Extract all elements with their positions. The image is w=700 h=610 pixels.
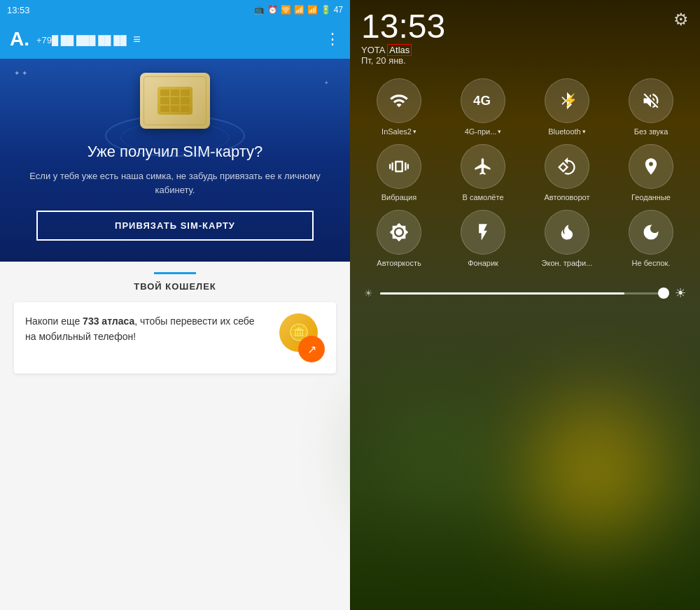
star-decor: ✦ ✦ xyxy=(14,69,27,77)
wallet-card: Накопи еще 733 атласа, чтобы перевести и… xyxy=(14,302,336,374)
right-panel: 13:53 YOTA Atlas Пт, 20 янв. ⚙ InSales2 … xyxy=(350,0,700,610)
battery-level: 47 xyxy=(334,5,343,15)
tile-flashlight-circle xyxy=(461,210,505,255)
brightness-track[interactable] xyxy=(380,292,668,295)
status-icons: 📺 ⏰ 🛜 📶 📶 🔋 47 xyxy=(254,5,343,15)
tile-airplane-label: В самолёте xyxy=(462,193,503,201)
tile-geodata-circle xyxy=(629,144,673,189)
status-time: 13:53 xyxy=(7,5,30,15)
tile-sound[interactable]: Без звука xyxy=(613,78,689,136)
right-time-block: 13:53 YOTA Atlas Пт, 20 янв. xyxy=(361,10,445,66)
tile-rotation-circle xyxy=(545,144,589,189)
app-top-bar: А. +79█ ██ ███ ██ ██ ≡ ⋮ xyxy=(0,20,350,59)
tile-donotdisturb-label: Не беспок. xyxy=(632,259,671,267)
share-button[interactable]: ↗ xyxy=(298,336,325,362)
sim-description: Если у тебя уже есть наша симка, не забу… xyxy=(21,169,329,197)
wallet-icon-area: 🪙 ↗ xyxy=(262,313,325,362)
right-header: 13:53 YOTA Atlas Пт, 20 янв. ⚙ xyxy=(350,0,700,71)
bg-blob-yellow xyxy=(525,400,665,540)
tile-brightness[interactable]: Автояркость xyxy=(361,210,437,267)
tile-brightness-label: Автояркость xyxy=(377,259,421,267)
bg-blob-green xyxy=(385,400,490,505)
tile-vibration-label: Вибрация xyxy=(382,193,416,201)
tile-sound-circle xyxy=(629,78,673,123)
svg-text:⚡: ⚡ xyxy=(563,92,575,108)
tile-airplane[interactable]: В самолёте xyxy=(445,144,521,201)
menu-button[interactable]: ⋮ xyxy=(325,30,340,48)
wallet-section: ТВОЙ КОШЕЛЕК Накопи еще 733 атласа, чтоб… xyxy=(0,262,350,384)
status-bar: 13:53 📺 ⏰ 🛜 📶 📶 🔋 47 xyxy=(0,0,350,20)
app-logo: А. xyxy=(10,28,29,50)
sim-card-image xyxy=(140,73,210,129)
tile-flashlight[interactable]: Фонарик xyxy=(445,210,521,267)
right-time: 13:53 xyxy=(361,10,445,43)
brightness-min-icon: ☀ xyxy=(364,288,373,299)
svg-text:4G: 4G xyxy=(473,93,491,108)
tile-bluetooth-circle: ⚡ xyxy=(545,78,589,123)
alarm-icon: ⏰ xyxy=(267,5,278,15)
tile-econ[interactable]: Экон. тра­фи... xyxy=(529,210,605,267)
caret-icon: ▾ xyxy=(413,128,416,135)
sim-chip xyxy=(158,87,192,115)
quick-tiles-grid: InSales2 ▾ 4G 4G-при... ▾ ⚡ xyxy=(350,71,700,274)
screen-icon: 📺 xyxy=(254,5,265,15)
brightness-max-icon: ☀ xyxy=(675,285,686,301)
tile-airplane-circle xyxy=(461,144,505,189)
battery-icon: 🔋 xyxy=(321,5,331,15)
tile-4g-circle: 4G xyxy=(461,78,505,123)
tile-econ-circle xyxy=(545,210,589,255)
tile-bluetooth[interactable]: ⚡ Bluetooth ▾ xyxy=(529,78,605,136)
tile-4g-label: 4G-при... ▾ xyxy=(465,127,502,136)
wallet-text: Накопи еще 733 атласа, чтобы перевести и… xyxy=(25,313,262,345)
brightness-slider-bar: ☀ ☀ xyxy=(350,274,700,312)
tile-wifi[interactable]: InSales2 ▾ xyxy=(361,78,437,136)
atlas-label: Atlas xyxy=(387,44,412,56)
brightness-thumb[interactable] xyxy=(658,288,669,299)
tile-sound-label: Без звука xyxy=(634,127,668,136)
tile-geodata-label: Геоданные xyxy=(631,193,671,201)
caret-icon-bt: ▾ xyxy=(582,128,586,135)
settings-button[interactable]: ⚙ xyxy=(673,10,689,29)
sim-section: ✦ ✦ ✦ Уже получил SIM-карту? Если у тебя… xyxy=(0,59,350,262)
tile-econ-label: Экон. тра­фи... xyxy=(542,259,593,267)
tile-bluetooth-label: Bluetooth ▾ xyxy=(548,127,585,136)
tile-donotdisturb[interactable]: Не беспок. xyxy=(613,210,689,267)
tile-wifi-label: InSales2 ▾ xyxy=(382,127,416,136)
tile-rotation-label: Автоповорот xyxy=(545,193,590,201)
tile-vibration[interactable]: Вибрация xyxy=(361,144,437,201)
wallet-tab-indicator xyxy=(14,272,336,274)
brightness-fill xyxy=(380,292,624,295)
sim-button[interactable]: ПРИВЯЗАТЬ SIM-КАРТУ xyxy=(36,211,314,241)
tile-flashlight-label: Фонарик xyxy=(468,259,498,267)
caret-icon-4g: ▾ xyxy=(498,128,501,135)
right-date: Пт, 20 янв. xyxy=(361,55,445,66)
tile-geodata[interactable]: Геоданные xyxy=(613,144,689,201)
wifi-status-icon: 🛜 xyxy=(281,5,291,15)
tile-brightness-circle xyxy=(377,210,421,255)
tile-wifi-circle xyxy=(377,78,421,123)
tile-donotdisturb-circle xyxy=(629,210,673,255)
tile-vibration-circle xyxy=(377,144,421,189)
right-carrier: YOTA Atlas xyxy=(361,45,445,55)
sim-icon: ≡ xyxy=(133,32,141,46)
tile-4g[interactable]: 4G 4G-при... ▾ xyxy=(445,78,521,136)
left-panel: 13:53 📺 ⏰ 🛜 📶 📶 🔋 47 А. +79█ ██ ███ ██ █… xyxy=(0,0,350,610)
signal-icon: 📶 xyxy=(294,5,304,15)
tile-rotation[interactable]: Автоповорот xyxy=(529,144,605,201)
signal2-icon: 📶 xyxy=(307,5,318,15)
star-decor-2: ✦ xyxy=(324,80,329,86)
wallet-title: ТВОЙ КОШЕЛЕК xyxy=(14,281,336,292)
phone-number: +79█ ██ ███ ██ ██ ≡ xyxy=(36,32,318,47)
